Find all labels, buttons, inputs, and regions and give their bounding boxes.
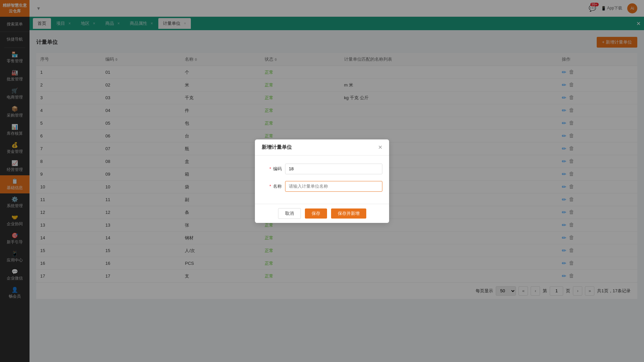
name-required: * — [269, 184, 271, 189]
code-label-text: 编码 — [273, 166, 282, 171]
add-unit-modal: 新增计量单位 ✕ * 编码 * 名称 取消 保存 保存并新增 — [255, 139, 389, 223]
code-field-row: * 编码 — [262, 164, 382, 174]
name-field-row: * 名称 — [262, 181, 382, 192]
code-label: * 编码 — [262, 166, 282, 172]
modal-overlay[interactable]: 新增计量单位 ✕ * 编码 * 名称 取消 保存 保存并新增 — [0, 0, 644, 362]
code-input[interactable] — [285, 164, 382, 174]
modal-close-button[interactable]: ✕ — [378, 144, 382, 150]
save-and-add-button[interactable]: 保存并新增 — [331, 208, 366, 219]
name-label-text: 名称 — [273, 184, 282, 189]
name-label: * 名称 — [262, 183, 282, 189]
modal-footer: 取消 保存 保存并新增 — [255, 204, 389, 223]
modal-body: * 编码 * 名称 — [255, 156, 389, 204]
save-button[interactable]: 保存 — [305, 208, 327, 219]
name-input[interactable] — [285, 181, 382, 192]
modal-title: 新增计量单位 — [262, 144, 292, 150]
cancel-button[interactable]: 取消 — [278, 208, 301, 219]
modal-header: 新增计量单位 ✕ — [255, 139, 389, 156]
code-required: * — [269, 166, 271, 171]
